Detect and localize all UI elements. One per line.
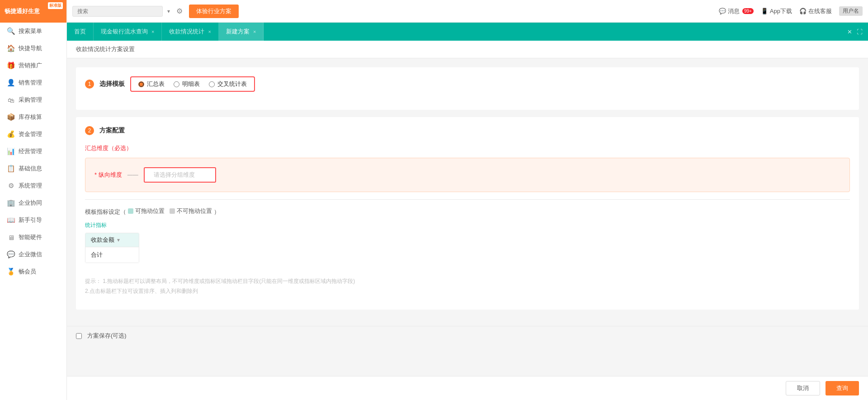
hint-1: 提示： 1.拖动标题栏可以调整布局，不可跨维度或指标区域拖动栏目字段(只能在同一… bbox=[85, 277, 850, 287]
finance-icon: 💰 bbox=[7, 130, 15, 138]
main-area: ▾ ⚙ 体验行业方案 💬 消息 99+ 📱 App下载 🎧 在线客服 用户名 首… bbox=[67, 0, 868, 400]
member-icon: 🏅 bbox=[7, 268, 15, 276]
cancel-button[interactable]: 取消 bbox=[786, 381, 820, 395]
tab-label-collection: 收款情况统计 bbox=[169, 28, 204, 36]
sidebar-item-operation[interactable]: 📊 经营管理 bbox=[0, 143, 66, 160]
tab-close-collection[interactable]: × bbox=[208, 29, 211, 34]
sidebar-item-member[interactable]: 🏅 畅会员 bbox=[0, 263, 66, 280]
search-chevron-icon[interactable]: ▾ bbox=[167, 8, 170, 14]
trial-button[interactable]: 体验行业方案 bbox=[189, 5, 239, 18]
sidebar-item-basic[interactable]: 📋 基础信息 bbox=[0, 160, 66, 177]
message-icon: 💬 bbox=[719, 8, 726, 14]
expand-icon[interactable]: ⛶ bbox=[857, 28, 863, 35]
dimension-row: * 纵向维度 —— 请选择分组维度 bbox=[94, 167, 840, 183]
save-label[interactable]: 方案保存(可选) bbox=[87, 332, 127, 340]
sidebar-item-inventory[interactable]: 📦 库存核算 bbox=[0, 108, 66, 126]
tab-new-plan[interactable]: 新建方案× bbox=[219, 23, 264, 41]
download-icon: 📱 bbox=[761, 8, 768, 14]
tab-collection[interactable]: 收款情况统计× bbox=[162, 23, 218, 41]
tab-bank[interactable]: 现金银行流水查询× bbox=[94, 23, 162, 41]
dimension-title: 汇总维度（必选） bbox=[85, 144, 850, 152]
radio-detail-input[interactable] bbox=[174, 81, 179, 87]
step2-section: 2 方案配置 汇总维度（必选） * 纵向维度 —— 请选择分组维度 bbox=[76, 117, 859, 310]
step1-section: 1 选择模板 汇总表 明细表 交叉统计表 bbox=[76, 67, 859, 110]
radio-cross-label[interactable]: 交叉统计表 bbox=[217, 80, 247, 88]
footer: 方案保存(可选) bbox=[67, 326, 868, 345]
metrics-title: 模板指标设定（ 可拖动位置 不可拖动位置 ） bbox=[85, 207, 850, 216]
tab-label-home: 首页 bbox=[74, 28, 86, 36]
service-btn[interactable]: 🎧 在线客服 bbox=[799, 7, 832, 15]
sidebar-label-system: 系统管理 bbox=[19, 182, 42, 190]
metrics-table: 收款金额 ▾ 合计 bbox=[85, 233, 139, 263]
query-button[interactable]: 查询 bbox=[826, 381, 859, 395]
radio-cross-input[interactable] bbox=[209, 81, 215, 87]
dimension-select[interactable]: 请选择分组维度 bbox=[144, 167, 216, 183]
step1-row: 1 选择模板 汇总表 明细表 交叉统计表 bbox=[85, 76, 850, 92]
radio-summary-input[interactable] bbox=[138, 81, 144, 87]
sidebar-label-search: 搜索菜单 bbox=[19, 27, 42, 35]
sidebar-item-purchase[interactable]: 🛍 采购管理 bbox=[0, 91, 66, 108]
sidebar-label-enterprise: 企业协同 bbox=[19, 199, 42, 207]
dimension-arrow-icon: —— bbox=[127, 172, 138, 178]
sidebar-item-newbie[interactable]: 📖 新手引导 bbox=[0, 212, 66, 229]
sidebar-label-newbie: 新手引导 bbox=[19, 216, 42, 224]
download-btn[interactable]: 📱 App下载 bbox=[761, 7, 792, 15]
metrics-header-chevron[interactable]: ▾ bbox=[117, 237, 120, 243]
sidebar-item-marketing[interactable]: 🎁 营销推广 bbox=[0, 57, 66, 74]
legend-fixed: 不可拖动位置 bbox=[170, 207, 212, 215]
user-avatar[interactable]: 用户名 bbox=[839, 6, 863, 16]
tab-home[interactable]: 首页 bbox=[67, 23, 94, 41]
tabbar-right: ✕ ⛶ bbox=[847, 28, 868, 35]
draggable-indicator bbox=[128, 208, 133, 214]
tab-close-new-plan[interactable]: × bbox=[253, 29, 256, 34]
radio-cross[interactable]: 交叉统计表 bbox=[209, 80, 247, 88]
content-area: 收款情况统计方案设置 1 选择模板 汇总表 明细表 bbox=[67, 41, 868, 376]
radio-summary[interactable]: 汇总表 bbox=[138, 80, 165, 88]
radio-detail-label[interactable]: 明细表 bbox=[182, 80, 200, 88]
close-all-icon[interactable]: ✕ bbox=[847, 28, 852, 35]
step1-label: 选择模板 bbox=[99, 80, 125, 88]
sidebar-label-finance: 资金管理 bbox=[19, 130, 42, 138]
newbie-icon: 📖 bbox=[7, 216, 15, 224]
step1-num: 1 bbox=[85, 80, 94, 89]
service-icon: 🎧 bbox=[799, 8, 807, 14]
legend-draggable: 可拖动位置 bbox=[128, 207, 165, 215]
template-selection-box: 汇总表 明细表 交叉统计表 bbox=[130, 76, 255, 92]
tab-close-bank[interactable]: × bbox=[151, 29, 154, 34]
sidebar-item-wechat[interactable]: 💬 企业微信 bbox=[0, 246, 66, 263]
gear-icon[interactable]: ⚙ bbox=[176, 7, 183, 15]
step2-label: 方案配置 bbox=[99, 127, 125, 135]
sidebar: 畅捷通好生意 标准版 🔍 搜索菜单 🏠 快捷导航 🎁 营销推广 👤 销售管理 🛍… bbox=[0, 0, 67, 400]
sidebar-label-operation: 经营管理 bbox=[19, 147, 42, 155]
sidebar-label-sales: 销售管理 bbox=[19, 79, 42, 87]
radio-detail[interactable]: 明细表 bbox=[174, 80, 200, 88]
sidebar-item-enterprise[interactable]: 🏢 企业协同 bbox=[0, 194, 66, 212]
tab-label-bank: 现金银行流水查询 bbox=[101, 28, 148, 36]
operation-icon: 📊 bbox=[7, 147, 15, 155]
sidebar-item-quick-nav[interactable]: 🏠 快捷导航 bbox=[0, 40, 66, 57]
inventory-icon: 📦 bbox=[7, 113, 15, 121]
search-input[interactable] bbox=[72, 6, 163, 17]
sidebar-label-member: 畅会员 bbox=[19, 268, 36, 276]
fixed-indicator bbox=[170, 208, 175, 214]
step2-row: 2 方案配置 bbox=[85, 126, 850, 135]
marketing-icon: 🎁 bbox=[7, 61, 15, 70]
search-icon: 🔍 bbox=[7, 27, 15, 35]
sidebar-label-marketing: 营销推广 bbox=[19, 61, 42, 70]
sidebar-item-system[interactable]: ⚙ 系统管理 bbox=[0, 177, 66, 194]
sidebar-item-hardware[interactable]: 🖥 智能硬件 bbox=[0, 229, 66, 246]
radio-summary-label[interactable]: 汇总表 bbox=[147, 80, 165, 88]
basic-icon: 📋 bbox=[7, 165, 15, 173]
sidebar-item-sales[interactable]: 👤 销售管理 bbox=[0, 74, 66, 91]
sidebar-item-finance[interactable]: 💰 资金管理 bbox=[0, 126, 66, 143]
message-btn[interactable]: 💬 消息 99+ bbox=[719, 7, 754, 15]
sidebar-logo: 畅捷通好生意 标准版 bbox=[0, 0, 66, 23]
metrics-header: 收款金额 ▾ bbox=[85, 233, 139, 247]
save-checkbox[interactable] bbox=[76, 333, 82, 339]
logo-text: 畅捷通好生意 bbox=[5, 7, 40, 15]
sidebar-item-search[interactable]: 🔍 搜索菜单 bbox=[0, 23, 66, 40]
page-header: 收款情况统计方案设置 bbox=[67, 41, 868, 58]
step2-num: 2 bbox=[85, 126, 94, 135]
tab-label-new-plan: 新建方案 bbox=[226, 28, 250, 36]
logo-badge: 标准版 bbox=[48, 2, 63, 9]
